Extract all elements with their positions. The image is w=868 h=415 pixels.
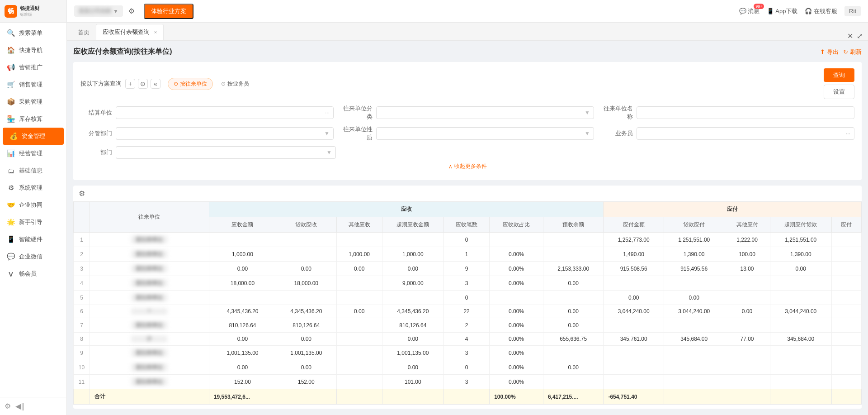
sidebar-item-member[interactable]: V 畅会员 — [0, 265, 66, 282]
sidebar-item-label: 新手引导 — [19, 218, 42, 226]
partner-name: 某往来单位 — [131, 250, 167, 258]
table-scroll[interactable]: 往来单位 应收 应付 应收金额 贷款应收 其他应收 超期应收金额 应收笔数 应收… — [73, 201, 862, 409]
promo-button[interactable]: 体验行业方案 — [144, 4, 193, 19]
partner-name: 某往来单位 — [131, 279, 167, 287]
footer-recv-amt[interactable]: 19,553,472,6... — [209, 389, 276, 405]
sidebar-item-guide[interactable]: 🌟 新手引导 — [0, 214, 66, 231]
filter-add-button[interactable]: + — [125, 79, 135, 89]
sidebar-item-quicknav[interactable]: 🏠 快捷导航 — [0, 42, 66, 59]
dropdown-arrow: ▼ — [585, 110, 590, 116]
sidebar-item-sys[interactable]: ⚙ 系统管理 — [0, 179, 66, 196]
col-recv-other: 其他应收 — [336, 217, 382, 233]
bizunit-input[interactable]: ▼ — [116, 146, 336, 159]
table-toolbar: ⚙ — [73, 186, 862, 201]
sys-icon: ⚙ — [6, 184, 15, 192]
table-settings-icon[interactable]: ⚙ — [79, 189, 85, 198]
filter-collapse-button[interactable]: « — [151, 79, 160, 89]
service-icon: 🎧 — [805, 8, 812, 14]
partner-name: 某往来单位 — [131, 321, 167, 329]
sidebar-item-corp[interactable]: 🤝 企业协同 — [0, 196, 66, 214]
export-button[interactable]: ⬆ 导出 — [820, 48, 839, 56]
tab-home[interactable]: 首页 — [71, 25, 96, 40]
sidebar-item-label: 系统管理 — [19, 184, 42, 192]
footer-recv-prepay[interactable]: 6,417,215.... — [543, 389, 604, 405]
partner-name: 某往来单位 — [131, 236, 167, 243]
row-num: 3 — [74, 262, 90, 276]
sidebar-item-marketing[interactable]: 📢 营销推广 — [0, 59, 66, 76]
app-download-button[interactable]: 📱 App下载 — [767, 7, 797, 15]
table-row: 2 某往来单位 1,000.00 1,000.00 1,000.00 1 0.0… — [74, 247, 862, 262]
table-row: 10 某往来单位 0.00 0.00 0.00 0 0.00% 0.00 — [74, 360, 862, 375]
sidebar-item-purchase[interactable]: 📦 采购管理 — [0, 93, 66, 110]
collapse-icon[interactable]: ◀‖ — [15, 402, 24, 410]
filter-scheme-partner[interactable]: ⊙ 按往来单位 — [168, 78, 213, 90]
salesman-input[interactable]: ··· — [637, 127, 854, 140]
filter-row-2: 分管部门 ▼ 往来单位性质 ▼ 业务员 — [80, 125, 854, 142]
row-num: 1 — [74, 233, 90, 247]
tab-close-icon[interactable]: × — [154, 29, 157, 35]
sidebar-item-finance[interactable]: 💰 资金管理 — [3, 128, 64, 145]
filter-add-btns: + ⊙ « — [125, 79, 160, 89]
maximize-icon[interactable]: ⤢ — [857, 32, 863, 40]
col-pay-loan: 贷款应付 — [664, 217, 724, 233]
footer-pay-amt: -654,751.40 — [604, 389, 664, 405]
query-button[interactable]: 查询 — [824, 68, 854, 82]
col-pay-overdue: 超期应付货款 — [770, 217, 831, 233]
sidebar-item-sales[interactable]: 🛒 销售管理 — [0, 76, 66, 93]
category-label: 往来单位分类 — [341, 105, 373, 121]
topbar-gear-icon[interactable]: ⚙ — [128, 7, 135, 15]
online-service-button[interactable]: 🎧 在线客服 — [805, 7, 837, 15]
corp-icon: 🤝 — [6, 201, 15, 209]
sidebar-item-label: 经营管理 — [19, 149, 42, 157]
table-row: 5 某往来单位 0 0.00 0.00 — [74, 291, 862, 305]
partnername-input[interactable] — [637, 106, 854, 119]
user-avatar[interactable]: Rit — [844, 6, 861, 16]
filter-settings-button[interactable]: ⊙ — [138, 79, 148, 89]
settlement-input[interactable]: ··· — [116, 106, 334, 119]
tab-ar-ap[interactable]: 应收应付余额查询 × — [96, 24, 164, 40]
sidebar-item-search[interactable]: 🔍 搜索菜单 — [0, 24, 66, 42]
company-name: 某某公司名称 — [79, 7, 111, 15]
base-icon: 🗂 — [6, 167, 15, 175]
row-num: 11 — [74, 375, 90, 389]
messages-button[interactable]: 💬 消息 99+ — [739, 7, 760, 15]
dept-arrow: ▼ — [324, 130, 330, 137]
dept-input[interactable]: ▼ — [116, 127, 334, 140]
footer-recv-ratio: 100.00% — [490, 389, 543, 405]
sidebar-item-inventory[interactable]: 🏪 库存核算 — [0, 110, 66, 128]
partner-cell: 某往来单位 — [90, 276, 209, 291]
close-window-icon[interactable]: ✕ — [847, 32, 853, 40]
partner-name: ^ — [131, 308, 167, 315]
filter-collapse-button[interactable]: ∧ 收起更多条件 — [80, 159, 854, 174]
bizunit-arrow: ▼ — [326, 149, 332, 156]
partner-cell: P — [90, 333, 209, 346]
page-actions: ⬆ 导出 ↻ 刷新 — [820, 48, 862, 56]
row-num: 6 — [74, 305, 90, 318]
filter-card: 按以下方案查询 + ⊙ « ⊙ 按往来单位 ⊙ 按业务员 — [73, 62, 862, 180]
sidebar-item-wechat[interactable]: 💬 企业微信 — [0, 248, 66, 265]
option-icon: ⊙ — [221, 81, 226, 87]
sidebar-item-label: 采购管理 — [19, 98, 42, 106]
table-row: 7 某往来单位 810,126.64 810,126.64 810,126.64… — [74, 318, 862, 333]
sidebar-item-label: 企业协同 — [19, 201, 42, 209]
partner-name: 某往来单位 — [131, 294, 167, 301]
sidebar-item-hardware[interactable]: 📱 智能硬件 — [0, 231, 66, 248]
partner-name: 某往来单位 — [131, 265, 167, 272]
sidebar-item-biz[interactable]: 📊 经营管理 — [0, 145, 66, 162]
refresh-button[interactable]: ↻ 刷新 — [843, 48, 862, 56]
table-row: 9 某往来单位 1,001,135.00 1,001,135.00 1,001,… — [74, 346, 862, 360]
sidebar-item-label: 智能硬件 — [19, 235, 42, 243]
row-num: 2 — [74, 247, 90, 262]
home-icon: 🏠 — [6, 46, 15, 54]
table-row: 4 某往来单位 18,000.00 18,000.00 9,000.00 3 0… — [74, 276, 862, 291]
nature-input[interactable]: ▼ — [376, 127, 594, 140]
settings-button[interactable]: 设置 — [824, 85, 854, 99]
partner-cell: 某往来单位 — [90, 262, 209, 276]
company-selector[interactable]: 某某公司名称 ▼ — [74, 5, 123, 17]
filter-row-1: 结算单位 ··· 往来单位分类 ▼ 往来单位 — [80, 105, 854, 121]
settings-icon[interactable]: ⚙ — [5, 402, 11, 410]
dropdown-icon: ▼ — [113, 8, 118, 14]
sidebar-item-base[interactable]: 🗂 基础信息 — [0, 162, 66, 179]
category-input[interactable]: ▼ — [376, 106, 594, 119]
filter-scheme-salesman[interactable]: ⊙ 按业务员 — [216, 78, 255, 90]
